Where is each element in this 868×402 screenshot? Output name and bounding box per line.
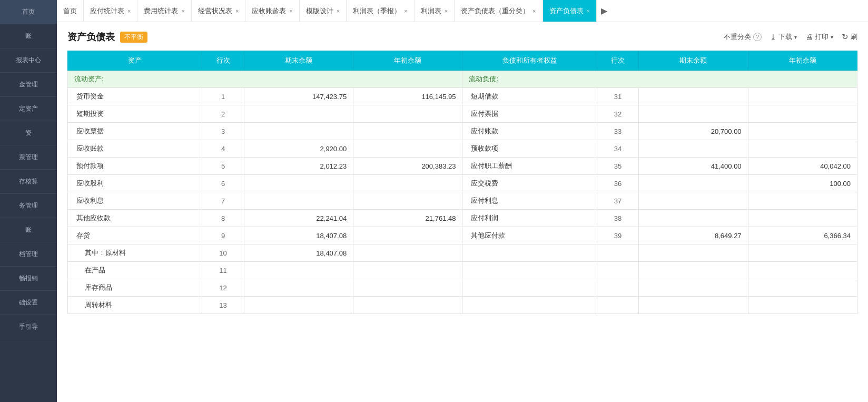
- table-row[interactable]: 库存商品 12: [68, 279, 857, 297]
- cell-rownum: 7: [202, 192, 244, 210]
- tab-close-balance-reclassify[interactable]: ×: [532, 8, 536, 14]
- sidebar-item-inventory[interactable]: 存核算: [0, 170, 57, 194]
- table-row[interactable]: 货币资金 1 147,423.75 116,145.95 短期借款 31: [68, 88, 857, 105]
- cell-rownum2: [597, 244, 639, 262]
- table-row[interactable]: 应收账款 4 2,920.00 预收款项 34: [68, 140, 857, 158]
- cell-end-balance2: [639, 297, 748, 314]
- tab-balance[interactable]: 资产负债表 ×: [543, 0, 597, 22]
- tab-close-receivable-aging[interactable]: ×: [289, 8, 292, 14]
- cell-begin-balance: [353, 279, 462, 297]
- sidebar-item-ticket[interactable]: 票管理: [0, 145, 57, 170]
- cell-begin-balance: 200,383.23: [353, 158, 462, 175]
- sidebar-item-ledger[interactable]: 账: [0, 218, 57, 242]
- cell-begin-balance: 116,145.95: [353, 88, 462, 105]
- cell-liability: 应交税费: [462, 175, 597, 192]
- download-button[interactable]: ⤓ 下载 ▾: [770, 32, 797, 42]
- cell-rownum: 6: [202, 175, 244, 192]
- help-icon[interactable]: ?: [753, 33, 762, 41]
- sidebar-item-fixed-asset[interactable]: 定资产: [0, 97, 57, 121]
- download-chevron-icon: ▾: [794, 34, 797, 40]
- cell-begin-balance: [353, 140, 462, 158]
- table-row[interactable]: 在产品 11: [68, 262, 857, 279]
- table-row[interactable]: 应收股利 6 应交税费 36 100.00: [68, 175, 857, 192]
- sidebar-item-account[interactable]: 账: [0, 24, 57, 48]
- tab-profit[interactable]: 利润表 ×: [415, 0, 455, 22]
- cell-asset: 周转材料: [68, 297, 202, 314]
- sidebar-item-investment[interactable]: 资: [0, 121, 57, 145]
- table-row[interactable]: 其他应收款 8 22,241.04 21,761.48 应付利润 38: [68, 210, 857, 227]
- sidebar-item-reports[interactable]: 报表中心: [0, 48, 57, 73]
- cell-rownum2: 31: [597, 88, 639, 105]
- cell-end-balance2: 8,649.27: [639, 227, 748, 244]
- cell-end-balance2: [639, 279, 748, 297]
- sidebar-item-home[interactable]: 首页: [0, 0, 57, 24]
- cell-end-balance2: [639, 88, 748, 105]
- cell-asset: 应收账款: [68, 140, 202, 158]
- header-end-balance2: 期末余额: [639, 51, 748, 71]
- tab-balance-reclassify[interactable]: 资产负债表（重分类） ×: [455, 0, 542, 22]
- table-row[interactable]: 应收票据 3 应付账款 33 20,700.00: [68, 123, 857, 140]
- cell-asset: 应收利息: [68, 192, 202, 210]
- cell-rownum: 4: [202, 140, 244, 158]
- table-row[interactable]: 其中：原材料 10 18,407.08: [68, 244, 857, 262]
- tab-close-expense-stats[interactable]: ×: [181, 8, 184, 14]
- tab-expense-stats[interactable]: 费用统计表 ×: [137, 0, 191, 22]
- cell-end-balance2: [639, 210, 748, 227]
- table-row[interactable]: 短期投资 2 应付票据 32: [68, 105, 857, 123]
- header-asset: 资产: [68, 51, 202, 71]
- table-row[interactable]: 周转材料 13: [68, 297, 857, 314]
- print-button[interactable]: 🖨 打印 ▾: [805, 32, 833, 42]
- cell-liability: 应付利润: [462, 210, 597, 227]
- cell-end-balance: 147,423.75: [244, 88, 353, 105]
- tab-close-profit-quarterly[interactable]: ×: [404, 8, 407, 14]
- tab-close-profit[interactable]: ×: [445, 8, 448, 14]
- not-reclassify-button[interactable]: 不重分类 ?: [724, 32, 762, 42]
- sidebar-item-business[interactable]: 务管理: [0, 194, 57, 218]
- sidebar-item-fund[interactable]: 金管理: [0, 73, 57, 97]
- refresh-button[interactable]: ↻ 刷: [842, 32, 857, 42]
- cell-asset: 预付款项: [68, 158, 202, 175]
- sidebar-item-expense[interactable]: 畅报销: [0, 267, 57, 291]
- cell-rownum2: 38: [597, 210, 639, 227]
- tab-scroll-right[interactable]: ▶: [597, 6, 611, 16]
- page-header-right: 不重分类 ? ⤓ 下载 ▾ 🖨 打印 ▾ ↻ 刷: [724, 32, 857, 42]
- print-chevron-icon: ▾: [831, 34, 833, 40]
- tab-template-design[interactable]: 模版设计 ×: [300, 0, 347, 22]
- cell-begin-balance2: [748, 192, 857, 210]
- cell-begin-balance: [353, 192, 462, 210]
- cell-end-balance: 18,407.08: [244, 244, 353, 262]
- cell-begin-balance2: [748, 244, 857, 262]
- cell-asset: 短期投资: [68, 105, 202, 123]
- tab-home[interactable]: 首页: [57, 0, 84, 22]
- table-row[interactable]: 存货 9 18,407.08 其他应付款 39 8,649.27 6,366.3…: [68, 227, 857, 244]
- sidebar-item-settings[interactable]: 础设置: [0, 291, 57, 315]
- header-rownum: 行次: [202, 51, 244, 71]
- cell-rownum: 12: [202, 279, 244, 297]
- tab-payable-stats[interactable]: 应付统计表 ×: [84, 0, 137, 22]
- tab-close-operations[interactable]: ×: [235, 8, 239, 14]
- cell-begin-balance2: [748, 262, 857, 279]
- header-rownum2: 行次: [597, 51, 639, 71]
- sidebar-item-guide[interactable]: 手引导: [0, 315, 57, 339]
- page-header-left: 资产负债表 不平衡: [67, 31, 147, 43]
- cell-end-balance: [244, 192, 353, 210]
- cell-rownum2: 32: [597, 105, 639, 123]
- tab-close-template-design[interactable]: ×: [337, 8, 340, 14]
- cell-rownum: 13: [202, 297, 244, 314]
- tab-profit-quarterly[interactable]: 利润表（季报） ×: [347, 0, 414, 22]
- cell-asset: 存货: [68, 227, 202, 244]
- tab-operations[interactable]: 经营状况表 ×: [192, 0, 245, 22]
- cell-begin-balance: [353, 244, 462, 262]
- main-area: 首页 应付统计表 × 费用统计表 × 经营状况表 × 应收账龄表 × 模版设计 …: [57, 0, 868, 402]
- tab-close-payable-stats[interactable]: ×: [127, 8, 131, 14]
- cell-begin-balance2: 6,366.34: [748, 227, 857, 244]
- cell-begin-balance: 21,761.48: [353, 210, 462, 227]
- print-icon: 🖨: [805, 33, 813, 41]
- sidebar-item-archive[interactable]: 档管理: [0, 242, 57, 267]
- table-row[interactable]: 应收利息 7 应付利息 37: [68, 192, 857, 210]
- tab-close-balance[interactable]: ×: [587, 8, 590, 14]
- cell-end-balance: [244, 123, 353, 140]
- tab-receivable-aging[interactable]: 应收账龄表 ×: [245, 0, 299, 22]
- cell-liability: 预收款项: [462, 140, 597, 158]
- table-row[interactable]: 预付款项 5 2,012.23 200,383.23 应付职工薪酬 35 41,…: [68, 158, 857, 175]
